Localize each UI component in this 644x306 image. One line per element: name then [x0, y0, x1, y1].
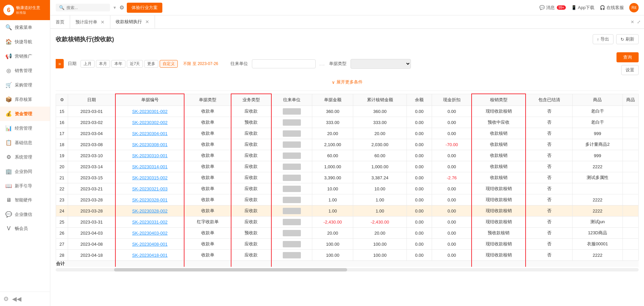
- bill-no-link[interactable]: SK-20230321-003: [132, 186, 168, 191]
- bill-no-link[interactable]: SK-20230314-001: [132, 164, 168, 169]
- sidebar-item-system[interactable]: ⚙系统管理: [0, 150, 50, 164]
- cell-date: 2023-04-03: [68, 228, 116, 239]
- top-bar-dropdown[interactable]: ▼: [113, 5, 117, 10]
- tab-home[interactable]: 首页: [50, 15, 70, 28]
- bill-no-link[interactable]: SK-20230418-001: [132, 253, 168, 258]
- cell-goods2: [623, 217, 639, 228]
- footer-biztype: [231, 261, 271, 267]
- cell-balance: 0.00: [407, 228, 432, 239]
- date-btn-this-month[interactable]: 本月: [96, 60, 110, 68]
- bill-no-link[interactable]: SK-20230315-002: [132, 175, 168, 180]
- tab-receivable[interactable]: 预计应付单 ✕: [70, 15, 110, 28]
- bill-no-link[interactable]: SK-20230310-001: [132, 153, 168, 158]
- sidebar-item-quick-nav[interactable]: 🏠快捷导航: [0, 35, 50, 49]
- cell-goods2: [623, 139, 639, 150]
- cell-cash-disc: -70.00: [432, 139, 472, 150]
- app-download-item[interactable]: 📱 App下载: [571, 5, 594, 11]
- sidebar-item-vip[interactable]: V畅会员: [0, 222, 50, 236]
- gear-icon[interactable]: ⚙: [119, 4, 124, 11]
- cell-balance: 0.00: [407, 161, 432, 172]
- horizontal-scrollbar[interactable]: [56, 268, 639, 271]
- online-support-item[interactable]: 🎧 在线客服: [600, 5, 624, 11]
- bill-no-link[interactable]: SK-20230304-001: [132, 131, 168, 136]
- query-button[interactable]: 查询: [616, 52, 639, 62]
- expand-more[interactable]: ∨ 展开更多条件: [56, 78, 639, 86]
- cell-cash-disc: 0.00: [432, 183, 472, 194]
- cell-bill-type: 收款单: [184, 150, 231, 161]
- sidebar-item-operations[interactable]: 📊经营管理: [0, 121, 50, 135]
- scrollbar-thumb[interactable]: [114, 268, 347, 271]
- filter-area: » 日期 上月 本月 本年 近7天 更多 自定义 不限 至 2023-07-26…: [56, 48, 639, 91]
- cell-verify-type: 现结收款核销: [472, 250, 526, 261]
- date-btn-7days[interactable]: 近7天: [127, 60, 143, 68]
- counterpart-input[interactable]: [252, 59, 316, 68]
- sidebar-item-basic[interactable]: 📋基础信息: [0, 135, 50, 150]
- export-button[interactable]: ↑ 导出: [593, 34, 614, 44]
- bill-no-link[interactable]: SK-20230308-001: [132, 142, 168, 147]
- col-settings[interactable]: ⚙: [56, 94, 68, 106]
- table-row: 28 2023-04-18 SK-20230418-001 收款单 应收款 ██…: [56, 250, 639, 261]
- sidebar-settings-icon[interactable]: ⚙: [3, 295, 9, 303]
- sidebar-label-sales: 销售管理: [15, 68, 32, 74]
- tab-verify-close[interactable]: ✕: [145, 19, 149, 24]
- cell-goods1: 123D商品: [572, 228, 623, 239]
- logo-badge: 标推版: [16, 10, 40, 15]
- receipt-type-select[interactable]: [351, 59, 411, 69]
- cell-bill-type: 收款单: [184, 128, 231, 139]
- content-area: 收款核销执行(按收款) ↑ 导出 ↻ 刷新: [50, 29, 644, 306]
- filter-expand-button[interactable]: »: [56, 59, 64, 68]
- sidebar-item-purchase[interactable]: 🛒采购管理: [0, 78, 50, 92]
- sidebar-item-marketing[interactable]: 📢营销推广: [0, 49, 50, 63]
- bill-no-link[interactable]: SK-20230302-002: [132, 120, 168, 125]
- cell-goods1: 老白干: [572, 117, 623, 128]
- cell-bill-no: SK-20230304-001: [115, 128, 184, 139]
- cell-include-settled: 否: [526, 194, 572, 205]
- cell-date: 2023-03-08: [68, 139, 116, 150]
- basic-icon: 📋: [5, 139, 12, 146]
- bill-no-link[interactable]: SK-20230331-002: [132, 220, 168, 225]
- date-btn-last-month[interactable]: 上月: [80, 60, 95, 68]
- solution-button[interactable]: 体验行业方案: [127, 3, 162, 13]
- cell-balance: 0.00: [407, 117, 432, 128]
- cell-biz-type: 应收款: [231, 161, 271, 172]
- sidebar-item-search[interactable]: 🔍搜索菜单: [0, 20, 50, 35]
- tab-verify-label: 收款核销执行: [116, 19, 142, 25]
- search-input[interactable]: [66, 5, 107, 10]
- user-avatar[interactable]: Rit: [629, 3, 639, 12]
- tab-receivable-close[interactable]: ✕: [101, 19, 105, 25]
- expand-icon[interactable]: ⤢: [637, 19, 641, 24]
- bill-no-link[interactable]: SK-20230301-002: [132, 109, 168, 114]
- col-bill-type: 单据类型: [184, 94, 231, 106]
- sidebar-item-sales[interactable]: ◎销售管理: [0, 63, 50, 78]
- setting-button[interactable]: 设置: [621, 65, 639, 75]
- date-btn-custom[interactable]: 自定义: [160, 60, 178, 68]
- sidebar-item-finance[interactable]: 💰资金管理: [0, 107, 50, 121]
- top-bar-search-container: 🔍: [56, 4, 110, 11]
- bill-no-link[interactable]: SK-20230403-002: [132, 231, 168, 236]
- cell-date: 2023-03-28: [68, 194, 116, 205]
- table-row: 22 2023-03-21 SK-20230321-003 收款单 应收款 ██…: [56, 183, 639, 194]
- message-item[interactable]: 💬 消息 99+: [539, 5, 566, 11]
- cell-goods2: [623, 128, 639, 139]
- top-bar-left: 🔍 ▼ ⚙ 体验行业方案: [56, 3, 162, 13]
- tab-verify[interactable]: 收款核销执行 ✕: [110, 15, 155, 28]
- cell-counterpart: ██: [271, 228, 312, 239]
- sidebar-item-wechat[interactable]: 💬企业微信: [0, 207, 50, 222]
- cell-cum-amount: 20.00: [353, 128, 407, 139]
- sidebar-item-enterprise[interactable]: 🏢企业协同: [0, 164, 50, 179]
- bill-no-link[interactable]: SK-20230408-001: [132, 242, 168, 247]
- sidebar-item-hardware[interactable]: 🖥智能硬件: [0, 193, 50, 207]
- sidebar-item-guide[interactable]: 📖新手引导: [0, 179, 50, 193]
- bill-no-link[interactable]: SK-20230328-002: [132, 208, 168, 213]
- sidebar-collapse-icon[interactable]: ◀◀: [12, 295, 21, 303]
- close-icon[interactable]: ✕: [631, 19, 634, 24]
- cell-include-settled: 否: [526, 128, 572, 139]
- cell-goods1: 999: [572, 150, 623, 161]
- bill-no-link[interactable]: SK-20230328-001: [132, 197, 168, 202]
- date-btn-this-year[interactable]: 本年: [111, 60, 125, 68]
- refresh-button[interactable]: ↻ 刷新: [616, 34, 639, 44]
- date-btn-more[interactable]: 更多: [144, 60, 158, 68]
- sidebar-item-inventory[interactable]: 📦库存核算: [0, 92, 50, 107]
- cell-include-settled: 否: [526, 205, 572, 217]
- cell-bill-type: 收款单: [184, 239, 231, 250]
